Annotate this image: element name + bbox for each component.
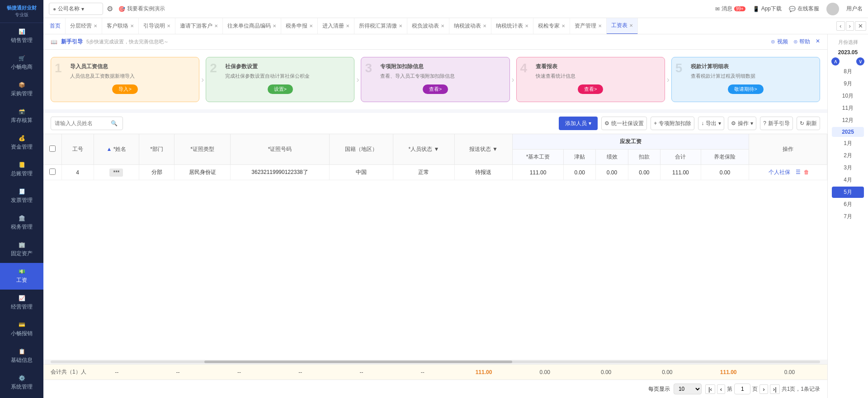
next-page-btn[interactable]: ›	[760, 384, 768, 394]
online-service-btn[interactable]: 💬 在线客服	[789, 5, 819, 13]
settings-gear-icon[interactable]: ⚙	[107, 5, 113, 13]
tab-tax-report-close[interactable]: ✕	[309, 23, 313, 28]
guide-close-btn[interactable]: ✕	[816, 38, 820, 46]
month-item-10[interactable]: 10月	[832, 90, 864, 102]
sidebar-item-ledger[interactable]: 📒总账管理	[0, 156, 43, 183]
sidebar-item-sales[interactable]: 📊销售管理	[0, 23, 43, 50]
op-more-icon[interactable]: ☰	[796, 169, 801, 175]
step-3-btn[interactable]: 查看>	[423, 84, 448, 94]
step-4-btn[interactable]: 查看>	[578, 84, 603, 94]
sidebar-item-operations[interactable]: 📈经营管理	[0, 290, 43, 316]
month-item-2[interactable]: 2月	[832, 150, 864, 161]
avatar[interactable]	[826, 3, 839, 15]
tab-tax-stat[interactable]: 纳税统计表 ✕	[491, 18, 533, 34]
tab-guide-desc-close[interactable]: ✕	[167, 23, 170, 28]
month-item-9[interactable]: 9月	[832, 78, 864, 89]
tab-prev-btn[interactable]: ‹	[836, 21, 844, 31]
step-1-btn[interactable]: 导入>	[112, 84, 137, 94]
export-btn[interactable]: ↓ 导出 ▾	[698, 117, 724, 130]
month-year-2025[interactable]: 2025	[832, 127, 864, 137]
tab-stratified[interactable]: 分层经营 ✕	[66, 18, 102, 34]
month-item-12[interactable]: 12月	[832, 115, 864, 126]
search-icon[interactable]: 🔍	[111, 120, 118, 126]
social-security-btn[interactable]: ⚙ 统一社保设置	[601, 117, 647, 130]
tab-customer[interactable]: 客户联络 ✕	[102, 18, 139, 34]
tab-invite[interactable]: 邀请下游客户 ✕	[175, 18, 223, 34]
month-next-btn[interactable]: ∨	[856, 57, 864, 66]
prev-page-btn[interactable]: ‹	[717, 384, 725, 394]
month-item-5[interactable]: 5月	[832, 187, 864, 198]
tab-income-tax-close[interactable]: ✕	[399, 23, 402, 28]
month-prev-btn[interactable]: ∧	[831, 57, 840, 66]
tab-tax-stat-close[interactable]: ✕	[525, 23, 528, 28]
sidebar-item-expense[interactable]: 💳小畅报销	[0, 316, 43, 343]
guide-video-btn[interactable]: ⊙ 视频	[771, 38, 788, 46]
tab-product-code[interactable]: 往来单位商品编码 ✕	[223, 18, 281, 34]
tab-invite-close[interactable]: ✕	[214, 23, 218, 28]
guide-btn[interactable]: ? 新手引导	[760, 117, 793, 130]
sidebar-item-tax[interactable]: 🏛️税务管理	[0, 210, 43, 236]
special-deduction-btn[interactable]: + 专项附加扣除	[651, 117, 694, 130]
sidebar-item-system[interactable]: ⚙️系统管理	[0, 370, 43, 396]
status-filter-icon[interactable]: ▼	[434, 146, 439, 152]
sidebar-item-collab[interactable]: 🤝企业协同	[0, 396, 43, 398]
tab-tax-expert-close[interactable]: ✕	[561, 23, 565, 28]
sidebar-item-funds[interactable]: 💰资金管理	[0, 130, 43, 156]
sidebar-item-inventory[interactable]: 🗃️库存核算	[0, 103, 43, 130]
tab-close-all-btn[interactable]: ✕	[855, 21, 866, 31]
tab-clearance[interactable]: 进入清册 ✕	[318, 18, 354, 34]
tab-tax-wave[interactable]: 纳税波动表 ✕	[449, 18, 491, 34]
sidebar-item-ecommerce[interactable]: 🛒小畅电商	[0, 50, 43, 76]
tab-product-code-close[interactable]: ✕	[273, 23, 276, 28]
tab-tax-burden-close[interactable]: ✕	[441, 23, 444, 28]
op-personal-insurance[interactable]: 个人社保	[769, 169, 790, 175]
demo-link[interactable]: 🎯 我要看实例演示	[118, 5, 165, 13]
tab-asset-mgmt[interactable]: 资产管理 ✕	[570, 18, 607, 34]
username-label[interactable]: 用户名	[846, 5, 863, 13]
sidebar-item-purchase[interactable]: 📦采购管理	[0, 76, 43, 103]
report-filter-icon[interactable]: ▼	[492, 146, 498, 152]
tab-payroll[interactable]: 工资表 ✕	[607, 18, 638, 34]
tab-customer-close[interactable]: ✕	[130, 23, 134, 28]
month-item-4[interactable]: 4月	[832, 174, 864, 186]
month-item-8[interactable]: 8月	[832, 66, 864, 77]
month-item-6[interactable]: 6月	[832, 199, 864, 210]
add-person-button[interactable]: 添加人员 ▾	[559, 117, 598, 130]
search-input[interactable]	[55, 120, 109, 126]
page-input[interactable]	[734, 384, 750, 394]
tab-payroll-close[interactable]: ✕	[629, 23, 633, 28]
refresh-btn[interactable]: ↻ 刷新	[797, 117, 820, 130]
step-2-btn[interactable]: 设置>	[268, 84, 293, 94]
tab-asset-mgmt-close[interactable]: ✕	[598, 23, 602, 28]
month-item-11[interactable]: 11月	[832, 103, 864, 114]
month-item-3[interactable]: 3月	[832, 162, 864, 173]
op-delete-icon[interactable]: 🗑	[804, 169, 809, 175]
step-5-btn[interactable]: 敬请期待>	[728, 84, 763, 94]
first-page-btn[interactable]: |‹	[705, 384, 715, 394]
month-item-7[interactable]: 7月	[832, 211, 864, 222]
app-download-btn[interactable]: 📱 App下载	[753, 5, 782, 13]
company-selector[interactable]: ● 公司名称 ▾	[49, 3, 103, 15]
sidebar-item-invoice[interactable]: 🧾发票管理	[0, 183, 43, 210]
tab-clearance-close[interactable]: ✕	[346, 23, 349, 28]
guide-help-btn[interactable]: ⊙ 帮助	[793, 38, 810, 46]
page-size-select[interactable]: 10 20 50	[674, 384, 702, 394]
sidebar-item-assets[interactable]: 🏢固定资产	[0, 236, 43, 263]
month-item-1[interactable]: 1月	[832, 138, 864, 149]
message-btn[interactable]: ✉ 消息 99+	[715, 5, 745, 13]
search-wrap[interactable]: 🔍	[51, 117, 123, 130]
tab-tax-expert[interactable]: 税检专家 ✕	[533, 18, 570, 34]
last-page-btn[interactable]: ›|	[770, 384, 780, 394]
operation-btn[interactable]: ⚙ 操作 ▾	[728, 117, 756, 130]
horizontal-scrollbar[interactable]	[43, 360, 827, 364]
tab-tax-wave-close[interactable]: ✕	[483, 23, 486, 28]
row-checkbox[interactable]	[49, 169, 56, 175]
sidebar-item-payroll[interactable]: 💵工资	[0, 263, 43, 290]
tab-stratified-close[interactable]: ✕	[94, 23, 97, 28]
sidebar-item-base[interactable]: 📋基础信息	[0, 343, 43, 370]
tab-tax-report[interactable]: 税务申报 ✕	[281, 18, 318, 34]
tab-income-tax[interactable]: 所得税汇算清缴 ✕	[354, 18, 407, 34]
tab-tax-burden[interactable]: 税负波动表 ✕	[407, 18, 449, 34]
tab-guide-desc[interactable]: 引导说明 ✕	[139, 18, 175, 34]
tab-next-btn[interactable]: ›	[846, 21, 854, 31]
